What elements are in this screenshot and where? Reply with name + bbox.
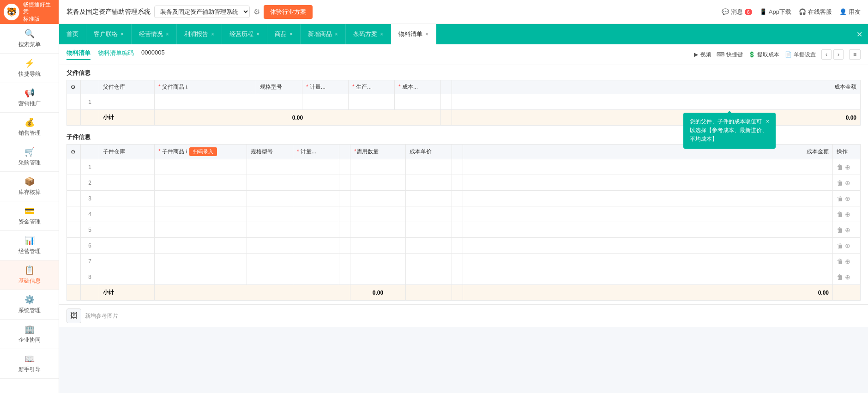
tab-operation-status[interactable]: 经营情况 × (132, 24, 177, 44)
copy-icon-3[interactable]: ⊕ (845, 195, 850, 202)
header-tab-bom[interactable]: 物料清单 (66, 49, 90, 60)
tab-customer-close[interactable]: × (121, 31, 124, 37)
copy-icon-7[interactable]: ⊕ (845, 258, 850, 265)
tab-new-goods[interactable]: 新增商品 × (301, 24, 346, 44)
tooltip-close-btn[interactable]: × (766, 117, 769, 126)
trial-button[interactable]: 体验行业方案 (264, 5, 313, 19)
delete-icon-8[interactable]: 🗑 (837, 273, 843, 281)
child-row-1-unit-cost[interactable] (406, 159, 452, 175)
child-row-5-quantity[interactable] (350, 222, 406, 238)
tab-operation-history[interactable]: 经营历程 × (222, 24, 267, 44)
sidebar-item-basic-info[interactable]: 📋 基础信息 (0, 260, 59, 290)
tab-profit-close[interactable]: × (211, 31, 214, 37)
copy-icon-4[interactable]: ⊕ (845, 211, 850, 218)
child-row-3-spec[interactable] (247, 191, 293, 206)
child-row-7-warehouse[interactable] (99, 254, 155, 269)
parent-row-1-cost[interactable] (395, 94, 441, 110)
child-row-2-unit-cost[interactable] (406, 175, 452, 191)
child-row-5-warehouse[interactable] (99, 222, 155, 238)
delete-icon-4[interactable]: 🗑 (837, 211, 843, 218)
child-row-6-unit-cost[interactable] (406, 238, 452, 254)
child-row-6-unit[interactable] (293, 238, 339, 254)
child-row-4-unit-cost[interactable] (406, 206, 452, 222)
child-row-2-quantity[interactable] (350, 175, 406, 191)
child-row-5-unit-cost[interactable] (406, 222, 452, 238)
message-item[interactable]: 💬 消息 6 (722, 8, 752, 16)
child-row-7-spec[interactable] (247, 254, 293, 269)
tab-bom-close[interactable]: × (425, 31, 428, 37)
sidebar-item-sales[interactable]: 💰 销售管理 (0, 113, 59, 142)
tab-customer[interactable]: 客户联络 × (86, 24, 132, 44)
sidebar-item-quick-nav[interactable]: ⚡ 快捷导航 (0, 54, 59, 83)
delete-icon-1[interactable]: 🗑 (837, 163, 843, 171)
child-row-6-spec[interactable] (247, 238, 293, 254)
tab-profit[interactable]: 利润报告 × (177, 24, 222, 44)
tab-operation-history-close[interactable]: × (256, 31, 259, 37)
child-row-6-quantity[interactable] (350, 238, 406, 254)
sidebar-item-inventory[interactable]: 📦 库存核算 (0, 172, 59, 201)
child-row-7-quantity[interactable] (350, 254, 406, 269)
child-row-8-quantity[interactable] (350, 269, 406, 285)
child-row-1-goods[interactable] (155, 159, 247, 175)
shortcut-action[interactable]: ⌨ 快捷键 (717, 51, 743, 59)
child-row-1-spec[interactable] (247, 159, 293, 175)
tab-goods[interactable]: 商品 × (267, 24, 301, 44)
close-all-tabs[interactable]: ✕ (851, 30, 868, 39)
system-selector[interactable]: 装备及固定资产辅助管理系统 (154, 6, 250, 18)
child-row-2-unit[interactable] (293, 175, 339, 191)
header-tab-code[interactable]: 物料清单编码 (98, 49, 134, 60)
tab-goods-close[interactable]: × (289, 31, 293, 37)
sidebar-item-finance[interactable]: 💳 资金管理 (0, 201, 59, 231)
delete-icon-7[interactable]: 🗑 (837, 258, 843, 265)
copy-icon-2[interactable]: ⊕ (845, 179, 850, 187)
scan-button[interactable]: 扫码录入 (189, 147, 217, 156)
sidebar-item-guide[interactable]: 📖 新手引导 (0, 349, 59, 379)
child-row-2-goods[interactable] (155, 175, 247, 191)
tab-new-goods-close[interactable]: × (335, 31, 338, 37)
child-row-7-goods[interactable] (155, 254, 247, 269)
child-row-5-goods[interactable] (155, 222, 247, 238)
list-view-btn[interactable]: ≡ (849, 49, 861, 60)
user-item[interactable]: 👤 用友 (839, 8, 861, 16)
child-row-8-unit-cost[interactable] (406, 269, 452, 285)
child-row-8-goods[interactable] (155, 269, 247, 285)
parent-row-1-unit[interactable] (302, 94, 349, 110)
copy-icon-1[interactable]: ⊕ (845, 163, 850, 171)
delete-icon-3[interactable]: 🗑 (837, 195, 843, 202)
child-row-4-unit[interactable] (293, 206, 339, 222)
delete-icon-2[interactable]: 🗑 (837, 179, 843, 187)
cost-action[interactable]: 💲 提取成本 (748, 51, 779, 59)
child-row-4-spec[interactable] (247, 206, 293, 222)
service-item[interactable]: 🎧 在线客服 (799, 8, 832, 16)
settings-action[interactable]: 📄 单据设置 (785, 51, 816, 59)
next-arrow[interactable]: › (833, 49, 844, 60)
sidebar-item-search[interactable]: 🔍 搜索菜单 (0, 24, 59, 54)
sidebar-item-purchase[interactable]: 🛒 采购管理 (0, 142, 59, 172)
parent-row-1-goods[interactable] (155, 94, 256, 110)
delete-icon-6[interactable]: 🗑 (837, 242, 843, 249)
child-row-6-goods[interactable] (155, 238, 247, 254)
sidebar-item-marketing[interactable]: 📢 营销推广 (0, 83, 59, 113)
sidebar-item-enterprise[interactable]: 🏢 企业协同 (0, 320, 59, 349)
child-row-2-warehouse[interactable] (99, 175, 155, 191)
settings-icon[interactable]: ⚙ (253, 7, 260, 16)
view-action[interactable]: ▶ 视频 (694, 51, 711, 59)
child-row-7-unit[interactable] (293, 254, 339, 269)
child-row-7-unit-cost[interactable] (406, 254, 452, 269)
tab-barcode[interactable]: 条码方案 × (346, 24, 391, 44)
prev-arrow[interactable]: ‹ (821, 49, 832, 60)
parent-row-1-warehouse[interactable] (99, 94, 155, 110)
copy-icon-5[interactable]: ⊕ (845, 226, 850, 234)
child-row-8-warehouse[interactable] (99, 269, 155, 285)
parent-row-1-spec[interactable] (256, 94, 302, 110)
tab-home[interactable]: 首页 (59, 24, 86, 44)
child-row-3-goods[interactable] (155, 191, 247, 206)
child-row-1-unit[interactable] (293, 159, 339, 175)
child-row-5-unit[interactable] (293, 222, 339, 238)
child-row-5-spec[interactable] (247, 222, 293, 238)
copy-icon-6[interactable]: ⊕ (845, 242, 850, 249)
child-row-8-unit[interactable] (293, 269, 339, 285)
parent-row-1-produce[interactable] (349, 94, 395, 110)
child-row-1-quantity[interactable] (350, 159, 406, 175)
child-row-4-warehouse[interactable] (99, 206, 155, 222)
